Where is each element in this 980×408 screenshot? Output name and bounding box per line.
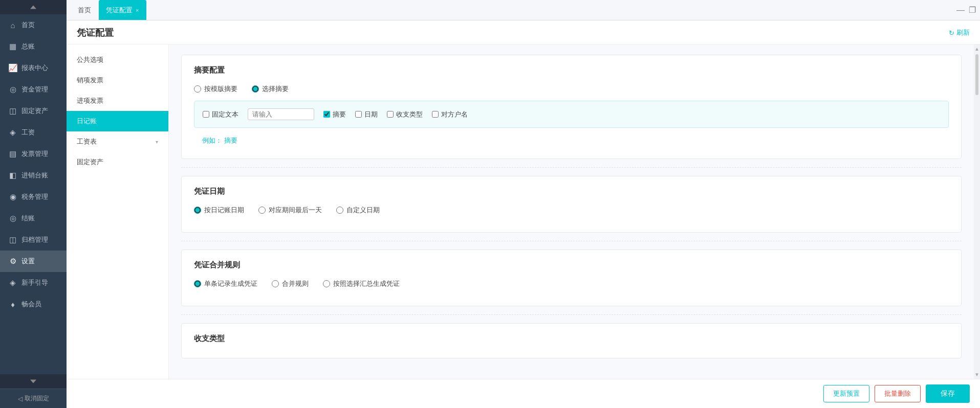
sidebar-item-guide[interactable]: ◈ 新手引导 [0, 272, 67, 293]
radio-custom-date-label[interactable]: 自定义日期 [336, 206, 380, 215]
refresh-button[interactable]: ↻ 刷新 [949, 28, 970, 37]
divider-1 [181, 167, 962, 168]
radio-period-last[interactable] [258, 207, 266, 214]
abstract-radio-group: 按模版摘要 选择摘要 [194, 84, 949, 94]
radio-journal-date-label[interactable]: 按日记账日期 [194, 206, 244, 215]
sidebar-item-invoice[interactable]: ▤ 发票管理 [0, 143, 67, 165]
sidebar-item-settings[interactable]: ⚙ 设置 [0, 251, 67, 272]
tax-icon: ◉ [8, 192, 17, 201]
sales-ledger-icon: ◧ [8, 171, 17, 180]
scroll-down-arrow[interactable]: ▼ [974, 372, 979, 377]
left-nav-journal[interactable]: 日记账 [67, 111, 168, 131]
window-controls: — ❐ [956, 5, 976, 15]
sidebar-item-report[interactable]: 📈 报表中心 [0, 57, 67, 79]
bottom-bar: 更新预置 批量删除 保存 [67, 379, 980, 408]
content-area: 凭证配置 ↻ 刷新 公共选项 销项发票 进项发票 日记账 [67, 20, 980, 408]
chevron-down-icon: ▾ [156, 139, 158, 145]
abstract-config-section: 摘要配置 按模版摘要 选择摘要 [181, 55, 962, 159]
abstract-config-title: 摘要配置 [194, 65, 949, 75]
radio-custom-date[interactable] [336, 207, 343, 214]
checkbox-date-label[interactable]: 日期 [355, 110, 378, 119]
checkbox-counterparty[interactable] [432, 111, 439, 118]
sidebar-item-ledger[interactable]: ▦ 总账 [0, 36, 67, 57]
voucher-date-title: 凭证日期 [194, 187, 949, 196]
settlement-icon: ◎ [8, 214, 17, 223]
scroll-up-arrow[interactable]: ▲ [974, 46, 979, 52]
tab-voucher-config[interactable]: 凭证配置 × [99, 0, 146, 20]
left-nav-sales-invoice[interactable]: 销项发票 [67, 70, 168, 90]
radio-template-label[interactable]: 按模版摘要 [194, 84, 237, 94]
radio-single[interactable] [194, 280, 201, 287]
example-text: 例如： 摘要 [194, 133, 949, 148]
member-icon: ♦ [8, 300, 17, 309]
right-content: 摘要配置 按模版摘要 选择摘要 [169, 44, 974, 379]
checkbox-fixed-text-label[interactable]: 固定文本 [203, 110, 238, 119]
radio-template[interactable] [194, 85, 201, 93]
radio-merge-label[interactable]: 合并规则 [272, 279, 309, 288]
checkbox-income-type-label[interactable]: 收支类型 [387, 110, 423, 119]
radio-summary[interactable] [323, 280, 330, 287]
sidebar-item-salary[interactable]: ◈ 工资 [0, 122, 67, 143]
sidebar-scroll-down[interactable] [0, 374, 67, 389]
radio-period-last-label[interactable]: 对应期间最后一天 [258, 206, 322, 215]
checkbox-abstract-label[interactable]: 摘要 [323, 110, 346, 119]
sidebar-item-sales-ledger[interactable]: ◧ 进销台账 [0, 165, 67, 186]
save-button[interactable]: 保存 [926, 384, 970, 403]
sidebar-item-settlement[interactable]: ◎ 结账 [0, 208, 67, 229]
guide-icon: ◈ [8, 278, 17, 287]
scroll-thumb[interactable] [975, 54, 978, 95]
radio-summary-label[interactable]: 按照选择汇总生成凭证 [323, 279, 400, 288]
home-icon: ⌂ [8, 21, 17, 30]
inner-layout: 公共选项 销项发票 进项发票 日记账 工资表 ▾ 固定资产 [67, 44, 980, 379]
scroll-track: ▲ ▼ [974, 44, 980, 379]
salary-icon: ◈ [8, 128, 17, 137]
tab-bar: 首页 凭证配置 × — ❐ [67, 0, 980, 20]
sidebar-scroll-up[interactable] [0, 0, 67, 14]
sidebar-item-member[interactable]: ♦ 畅会员 [0, 293, 67, 315]
merge-rule-title: 凭证合并规则 [194, 260, 949, 270]
minimize-button[interactable]: — [956, 6, 965, 15]
merge-rule-radio-group: 单条记录生成凭证 合并规则 按照选择汇总生成凭证 [194, 279, 949, 288]
radio-journal-date[interactable] [194, 207, 201, 214]
income-type-title: 收支类型 [194, 334, 949, 344]
merge-rule-section: 凭证合并规则 单条记录生成凭证 合并规则 按照选择汇总生成凭证 [181, 250, 962, 306]
checkbox-counterparty-label[interactable]: 对方户名 [432, 110, 468, 119]
checkbox-abstract[interactable] [323, 111, 330, 118]
fixed-text-input[interactable] [248, 108, 314, 120]
sidebar-item-archive[interactable]: ◫ 归档管理 [0, 229, 67, 251]
batch-delete-button[interactable]: 批量删除 [875, 385, 921, 402]
sidebar-item-fixed-assets[interactable]: ◫ 固定资产 [0, 100, 67, 122]
radio-select[interactable] [252, 85, 259, 93]
sidebar-item-home[interactable]: ⌂ 首页 [0, 14, 67, 36]
update-preview-button[interactable]: 更新预置 [823, 385, 869, 402]
checkbox-income-type[interactable] [387, 111, 394, 118]
left-nav: 公共选项 销项发票 进项发票 日记账 工资表 ▾ 固定资产 [67, 44, 169, 379]
restore-button[interactable]: ❐ [969, 5, 976, 15]
report-icon: 📈 [8, 63, 17, 73]
fixed-assets-icon: ◫ [8, 106, 17, 116]
left-nav-fixed-assets[interactable]: 固定资产 [67, 152, 168, 172]
abstract-checkbox-row: 固定文本 摘要 日期 收支类型 [194, 101, 949, 128]
ledger-icon: ▦ [8, 42, 17, 51]
radio-merge[interactable] [272, 280, 279, 287]
refresh-icon: ↻ [949, 29, 954, 37]
tab-home[interactable]: 首页 [71, 0, 99, 20]
voucher-date-section: 凭证日期 按日记账日期 对应期间最后一天 自定义日期 [181, 176, 962, 233]
invoice-icon: ▤ [8, 149, 17, 158]
left-nav-purchase-invoice[interactable]: 进项发票 [67, 90, 168, 111]
sidebar-item-tax[interactable]: ◉ 税务管理 [0, 186, 67, 208]
voucher-date-radio-group: 按日记账日期 对应期间最后一天 自定义日期 [194, 206, 949, 215]
left-nav-public[interactable]: 公共选项 [67, 50, 168, 70]
left-nav-payroll[interactable]: 工资表 ▾ [67, 131, 168, 152]
radio-single-label[interactable]: 单条记录生成凭证 [194, 279, 257, 288]
checkbox-fixed-text[interactable] [203, 111, 209, 118]
tab-close-icon[interactable]: × [136, 7, 139, 13]
checkbox-date[interactable] [355, 111, 362, 118]
sidebar-item-funds[interactable]: ◎ 资金管理 [0, 79, 67, 100]
radio-select-label[interactable]: 选择摘要 [252, 84, 289, 94]
archive-icon: ◫ [8, 235, 17, 244]
page-header: 凭证配置 ↻ 刷新 [67, 20, 980, 44]
funds-icon: ◎ [8, 85, 17, 94]
divider-3 [181, 314, 962, 315]
cancel-fixed-button[interactable]: ◁ 取消固定 [0, 389, 67, 408]
